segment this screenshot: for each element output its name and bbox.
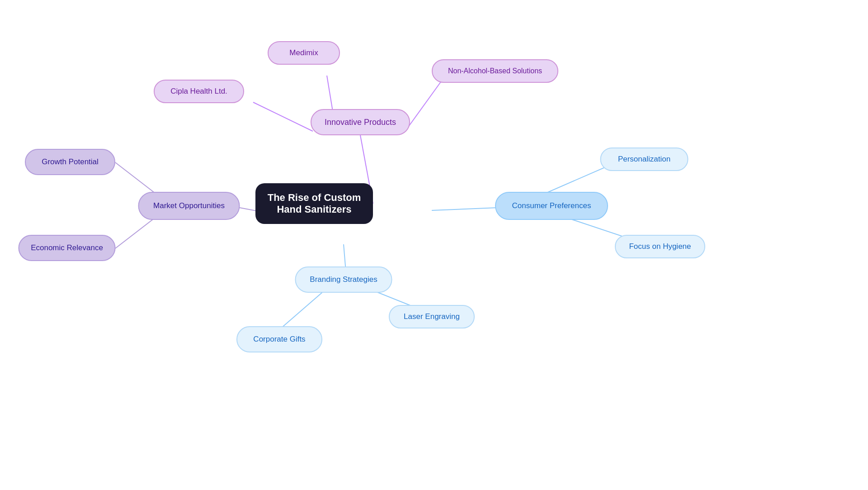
svg-line-11 xyxy=(281,290,326,328)
branding-strategies-node: Branding Strategies xyxy=(295,266,392,293)
innovative-products-node: Innovative Products xyxy=(311,109,410,135)
center-node: The Rise of Custom Hand Sanitizers xyxy=(255,183,373,224)
growth-potential-node: Growth Potential xyxy=(25,149,115,175)
focus-hygiene-node: Focus on Hygiene xyxy=(615,235,705,258)
economic-relevance-node: Economic Relevance xyxy=(19,235,116,261)
laser-engraving-node: Laser Engraving xyxy=(389,305,475,328)
personalization-node: Personalization xyxy=(600,147,689,171)
market-opportunities-node: Market Opportunities xyxy=(138,192,240,220)
svg-line-7 xyxy=(432,208,497,210)
corporate-gifts-node: Corporate Gifts xyxy=(236,326,322,352)
non-alcohol-node: Non-Alcohol-Based Solutions xyxy=(432,59,558,83)
cipla-node: Cipla Health Ltd. xyxy=(154,80,244,103)
consumer-preferences-node: Consumer Preferences xyxy=(495,192,608,220)
svg-line-2 xyxy=(253,102,313,131)
svg-line-3 xyxy=(408,82,441,128)
medimix-node: Medimix xyxy=(268,41,340,65)
